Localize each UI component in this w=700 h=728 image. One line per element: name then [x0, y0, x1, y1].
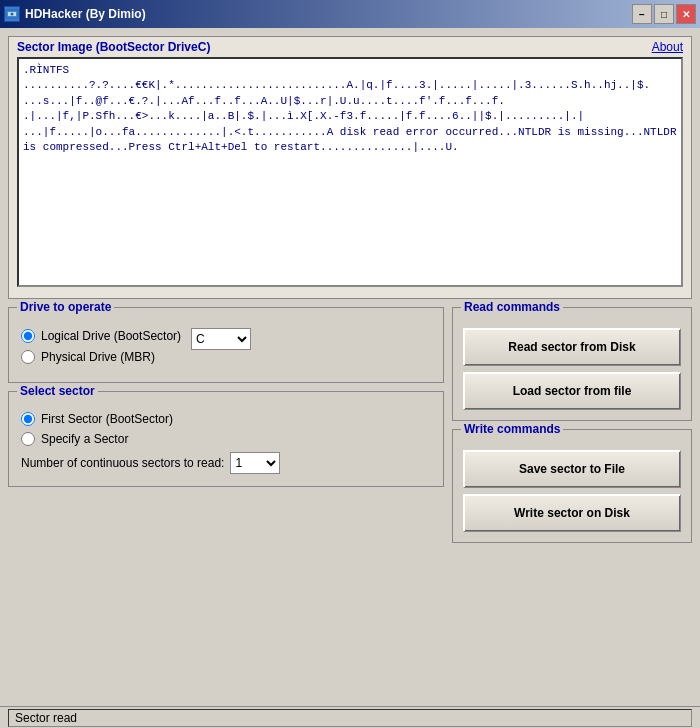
right-panels: Read commands Read sector from Disk Load…: [452, 307, 692, 698]
logical-radio[interactable]: [21, 329, 35, 343]
svg-point-2: [11, 13, 14, 16]
read-sector-disk-button[interactable]: Read sector from Disk: [463, 328, 681, 366]
logical-label[interactable]: Logical Drive (BootSector): [41, 329, 181, 343]
minimize-button[interactable]: −: [632, 4, 652, 24]
write-commands-group: Write commands Save sector to File Write…: [452, 429, 692, 543]
maximize-button[interactable]: □: [654, 4, 674, 24]
load-sector-file-button[interactable]: Load sector from file: [463, 372, 681, 410]
logical-radio-row: Logical Drive (BootSector): [21, 329, 181, 343]
first-sector-row: First Sector (BootSector): [21, 412, 431, 426]
status-text: Sector read: [15, 711, 77, 725]
specify-sector-label[interactable]: Specify a Sector: [41, 432, 128, 446]
about-link[interactable]: About: [652, 40, 683, 54]
sector-image-group: Sector Image (BootSector DriveC) About: [8, 36, 692, 299]
write-commands-label: Write commands: [461, 422, 563, 436]
drive-group-label: Drive to operate: [17, 300, 114, 314]
title-bar: HDHacker (By Dimio) − □ ✕: [0, 0, 700, 28]
save-sector-file-button[interactable]: Save sector to File: [463, 450, 681, 488]
drive-select[interactable]: C D E: [191, 328, 251, 350]
left-panels: Drive to operate Logical Drive (BootSect…: [8, 307, 444, 698]
status-panel: Sector read: [8, 709, 692, 727]
close-button[interactable]: ✕: [676, 4, 696, 24]
app-icon: [4, 6, 20, 22]
status-bar: Sector read: [0, 706, 700, 728]
specify-sector-row: Specify a Sector: [21, 432, 431, 446]
write-sector-disk-button[interactable]: Write sector on Disk: [463, 494, 681, 532]
sector-num-row: Number of continuous sectors to read: 1 …: [21, 452, 431, 474]
title-bar-left: HDHacker (By Dimio): [4, 6, 146, 22]
drive-row: Logical Drive (BootSector) C D E: [21, 328, 431, 350]
physical-radio-row: Physical Drive (MBR): [21, 350, 431, 364]
bottom-section: Drive to operate Logical Drive (BootSect…: [8, 307, 692, 698]
drive-group: Drive to operate Logical Drive (BootSect…: [8, 307, 444, 383]
first-sector-radio[interactable]: [21, 412, 35, 426]
first-sector-label[interactable]: First Sector (BootSector): [41, 412, 173, 426]
sector-num-select[interactable]: 1 2 3 4: [230, 452, 280, 474]
read-commands-group: Read commands Read sector from Disk Load…: [452, 307, 692, 421]
read-commands-label: Read commands: [461, 300, 563, 314]
physical-label[interactable]: Physical Drive (MBR): [41, 350, 155, 364]
specify-sector-radio[interactable]: [21, 432, 35, 446]
window-title: HDHacker (By Dimio): [25, 7, 146, 21]
sector-group: Select sector First Sector (BootSector) …: [8, 391, 444, 487]
main-window: Sector Image (BootSector DriveC) About D…: [0, 28, 700, 706]
logical-drive-option: Logical Drive (BootSector): [21, 329, 181, 349]
sector-num-label: Number of continuous sectors to read:: [21, 456, 224, 470]
sector-image-header: Sector Image (BootSector DriveC) About: [9, 37, 691, 57]
sector-group-label: Select sector: [17, 384, 98, 398]
sector-image-title: Sector Image (BootSector DriveC): [17, 40, 210, 54]
title-buttons: − □ ✕: [632, 4, 696, 24]
physical-radio[interactable]: [21, 350, 35, 364]
hex-display[interactable]: [17, 57, 683, 287]
